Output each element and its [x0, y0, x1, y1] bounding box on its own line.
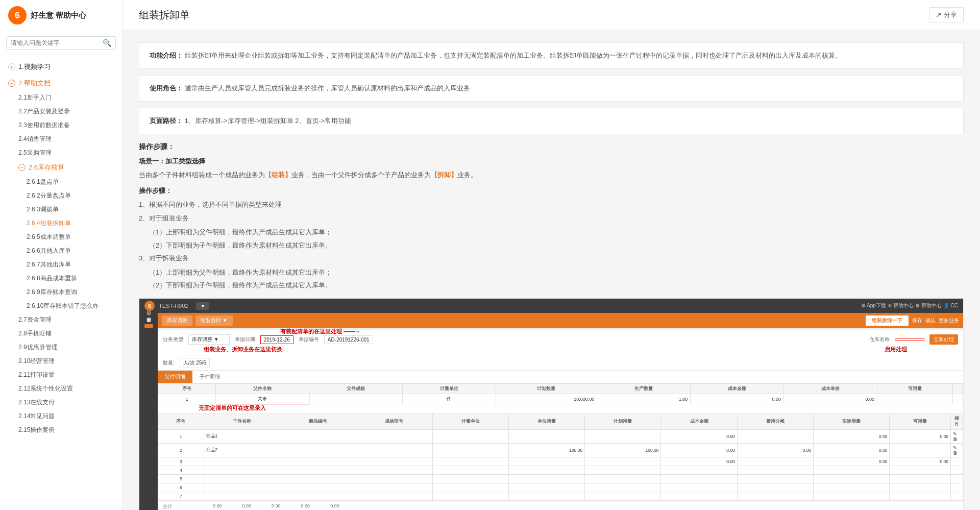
nav-section-docs: − 2.帮助文档 2.1新手入门 2.2产品安装及登录 2.3使用前数据准备 2… [0, 76, 122, 437]
share-icon: ↗ [936, 11, 942, 19]
status-val5: 0.00 [301, 503, 310, 510]
mock-tab-child[interactable]: 子件明细 [192, 371, 227, 383]
mock-type-select[interactable]: 库存调整 ▼ [188, 334, 230, 345]
col-cost-price: 成本单价 [784, 384, 877, 394]
mock-btn-save[interactable]: 保存 [912, 317, 922, 324]
status-val4: 0.00 [272, 503, 281, 510]
mock-tab-parent[interactable]: 父件明细 [158, 371, 192, 383]
child-col-sku: 商品编号 [280, 414, 356, 430]
sidebar-item-stock-fix[interactable]: 2.6.10库存账本错了怎么办 [0, 299, 122, 313]
child-col-unit-qty: 单位用量 [508, 414, 584, 430]
sidebar-item-coupon[interactable]: 2.9优惠券管理 [0, 341, 122, 354]
mock-btn-assembly[interactable]: 组装拆卸 ▼ [195, 315, 233, 326]
sidebar-item-assembly[interactable]: 2.6.4组装拆卸单 [0, 216, 122, 230]
mock-warehouse-label: 仓库名称 [869, 336, 890, 343]
mock-btn-confirm[interactable]: 确认 [925, 317, 936, 324]
path-block: 页面路径： 1、库存核算->库存管理->组装拆卸单 2、首页->常用功能 [139, 108, 964, 134]
nav-section-video: + 1.视频学习 [0, 59, 122, 75]
child-col-avail: 可用量 [890, 414, 951, 430]
mock-num-input[interactable]: 人/次 25/6 [180, 358, 210, 368]
sidebar-item-mobile[interactable]: 2.8手机旺铺 [0, 327, 122, 341]
sidebar-item-personalize[interactable]: 2.12系统个性化设置 [0, 382, 122, 396]
mock-status-bar: 合计 0.00 0.00 0.00 0.00 0.00 [158, 501, 963, 510]
sidebar-item-install[interactable]: 2.2产品安装及登录 [0, 105, 122, 118]
sidebar-item-cases[interactable]: 2.15操作案例 [0, 423, 122, 437]
sidebar-item-other-out[interactable]: 2.6.7其他出库单 [0, 258, 122, 272]
mock-warehouse-input[interactable] [895, 338, 924, 341]
mock-order-input[interactable]: AD-20191226-001 [324, 335, 373, 344]
mock-nav-item-active[interactable]: 新建单 [144, 324, 153, 328]
mock-company-select: ▼ [196, 302, 209, 310]
sidebar-item-data-prep[interactable]: 2.3使用前数据准备 [0, 118, 122, 132]
sidebar-item-docs[interactable]: − 2.帮助文档 [0, 76, 122, 91]
col-unit: 计量单位 [402, 384, 496, 394]
share-button[interactable]: ↗ 分享 [929, 7, 964, 22]
sidebar-item-portion-stocktake[interactable]: 2.6.2分量盘点单 [0, 189, 122, 203]
mock-left-nav: 自费 新建单 [139, 313, 158, 510]
cell-seq: 1 [158, 394, 216, 404]
col-avail: 可用量 [877, 384, 953, 394]
mock-parent-tbody: 1 关米 件 10,000.00 1.00 0.00 0.00 [158, 394, 963, 404]
mock-child-thead: 序号 子件名称 商品编号 规格型号 计量单位 单位用量 计划用量 成本金额 [158, 414, 963, 430]
steps-title: 操作步骤： [139, 142, 964, 152]
mock-tabs-area: 父件明细 子件明细 序号 父件名称 [158, 371, 963, 510]
mock-apply-btn[interactable]: 立案处理 [929, 334, 958, 345]
sidebar-item-inventory[interactable]: − 2.6库存核算 [0, 160, 122, 175]
sidebar-item-cost-recalc[interactable]: 2.6.8商品成本重算 [0, 272, 122, 285]
sidebar-item-payment[interactable]: 2.13在线支付 [0, 396, 122, 409]
steps-sub-title: 操作步骤： [139, 186, 964, 196]
sidebar-item-other-in[interactable]: 2.6.6其他入库单 [0, 244, 122, 258]
screenshot-container: 6 TEST-H002 ▼ ⚙ App下载 ⚙ 帮助中心 ⚙ 帮助中心 👤 CC… [139, 298, 964, 510]
search-input[interactable] [11, 39, 103, 46]
mock-annotation-row2: 组装业务、拆卸业务在这里切换 启用处理 [163, 346, 958, 356]
sidebar-item-faq[interactable]: 2.14常见问题 [0, 409, 122, 423]
sidebar-item-cost-adjust[interactable]: 2.6.5成本调整单 [0, 230, 122, 244]
mock-parent-table-wrapper: 序号 父件名称 父件规格 计量单位 计划数量 生产数量 成本金额 成本单价 [158, 383, 963, 404]
mock-date-input[interactable]: 2019-12-26 [260, 335, 293, 344]
intro-text: 组装拆卸单用来处理企业组装或拆卸等加工业务，支持有固定装配清单的产品加工业务，也… [185, 52, 842, 59]
sidebar-item-transfer[interactable]: 2.6.3调拨单 [0, 203, 122, 216]
screenshot-inner: 6 TEST-H002 ▼ ⚙ App下载 ⚙ 帮助中心 ⚙ 帮助中心 👤 CC… [139, 299, 963, 510]
content-area: 功能介绍： 组装拆卸单用来处理企业组装或拆卸等加工业务，支持有固定装配清单的产品… [122, 30, 980, 510]
mock-num-label: 数量: [163, 359, 175, 367]
mock-tabs: 父件明细 子件明细 [158, 371, 963, 383]
cell-parent-name[interactable]: 关米 [215, 394, 309, 404]
sidebar-item-purchase[interactable]: 2.5采购管理 [0, 146, 122, 160]
cell-prod-qty: 1.00 [597, 394, 691, 404]
role-block: 使用角色： 通常由生产人员或库管人员完成拆装业务的操作，库管人员确认原材料的出库… [139, 75, 964, 102]
scene1-desc: 当由多个子件材料组装成一个成品的业务为【组装】业务，当由一个父件拆分成多个子产品… [139, 169, 964, 181]
sidebar-item-stock-ledger[interactable]: 2.6.9库存账本查询 [0, 285, 122, 299]
collapse-inventory-icon: − [18, 164, 26, 171]
step2: 2、对于组装业务 [139, 212, 964, 224]
intro-label: 功能介绍： [150, 52, 183, 59]
mock-child-table-wrapper: 序号 子件名称 商品编号 规格型号 计量单位 单位用量 计划用量 成本金额 [158, 414, 963, 501]
col-parent-spec: 父件规格 [309, 384, 402, 394]
child-col-op: 操作 [951, 414, 963, 430]
child-col-actual-qty: 实际用量 [814, 414, 890, 430]
mock-order-label: 单据编号 [299, 336, 319, 343]
mock-child-table: 序号 子件名称 商品编号 规格型号 计量单位 单位用量 计划用量 成本金额 [158, 414, 963, 501]
mock-btn-assembly-action[interactable]: 组装拆卸一下 [865, 315, 909, 326]
collapse-icon: − [8, 80, 15, 87]
mock-body: 自费 新建单 库存调整 组装拆卸 ▼ 组装拆卸一下 保存 确认 更多业务 [139, 313, 963, 510]
step3-2: （2）下部明细为子件明细，最终作为产成品生成其它入库单。 [139, 279, 964, 291]
sidebar-item-video[interactable]: + 1.视频学习 [0, 59, 122, 75]
mock-btn-type[interactable]: 库存调整 [162, 315, 192, 326]
mock-btn-close[interactable]: 更多业务 [939, 317, 959, 324]
col-prod-qty: 生产数量 [597, 384, 691, 394]
table-row: 30.000.000.00 [158, 457, 963, 466]
sidebar-item-mgmt[interactable]: 2.10经营管理 [0, 354, 122, 368]
table-row: 1 关米 件 10,000.00 1.00 0.00 0.00 [158, 394, 963, 404]
search-box[interactable]: 🔍 [6, 36, 116, 50]
sidebar-item-newbie[interactable]: 2.1新手入门 [0, 91, 122, 105]
mock-app-bar: 6 TEST-H002 ▼ ⚙ App下载 ⚙ 帮助中心 ⚙ 帮助中心 👤 CC [139, 299, 963, 313]
sidebar-item-finance[interactable]: 2.7资金管理 [0, 313, 122, 327]
scene1-title: 场景一：加工类型选择 [139, 157, 964, 166]
search-icon[interactable]: 🔍 [103, 39, 111, 47]
status-label: 合计 [163, 503, 172, 510]
sidebar-item-print[interactable]: 2.11打印设置 [0, 368, 122, 382]
sidebar-item-sales[interactable]: 2.4销售管理 [0, 132, 122, 146]
sidebar-item-stocktake[interactable]: 2.6.1盘点单 [0, 175, 122, 189]
table-row: 1 商品1 0.00 [158, 430, 963, 444]
table-row: 4 [158, 466, 963, 475]
